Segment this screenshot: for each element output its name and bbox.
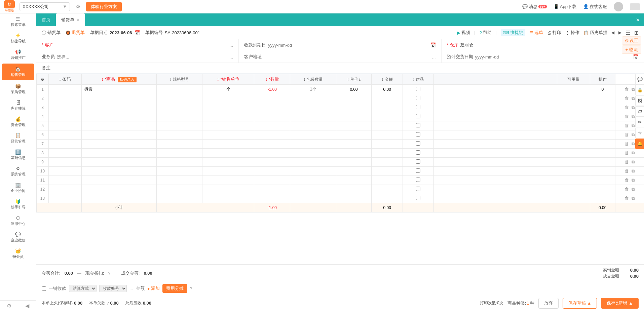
customer-addr-input[interactable] <box>264 54 430 60</box>
sale-radio[interactable]: 销货单 <box>42 30 61 36</box>
salesperson-dots[interactable]: ... <box>229 54 233 60</box>
sidebar-item-purchase[interactable]: 📦 采购管理 <box>0 81 36 97</box>
sidebar-item-guide[interactable]: 🔰 新手引导 <box>0 196 36 212</box>
delete-icon[interactable]: 🗑 <box>624 114 629 119</box>
copy-icon[interactable]: ⧉ <box>632 187 635 192</box>
payment-account-dots[interactable]: ... <box>129 286 133 291</box>
float-alert-button[interactable]: 🔔 <box>635 139 644 149</box>
video-button[interactable]: ▶ 视频 <box>457 30 470 36</box>
add-payment-button[interactable]: ● 添加 <box>147 285 160 291</box>
delete-icon[interactable]: 🗑 <box>624 178 629 183</box>
copy-icon[interactable]: ⧉ <box>632 123 635 128</box>
sidebar-item-search[interactable]: ☰ 搜索菜单 <box>0 13 36 30</box>
copy-icon[interactable]: ⧉ <box>632 96 635 101</box>
copy-icon[interactable]: ⧉ <box>632 141 635 146</box>
settings-button[interactable]: ⚙ 设置 <box>622 37 641 45</box>
expense-split-button[interactable]: 费用分摊 <box>162 284 187 293</box>
payment-method-select[interactable]: 结算方式 <box>69 285 97 292</box>
message-button[interactable]: 💬 消息 99+ <box>522 4 547 10</box>
next-record-button[interactable]: ▶ <box>618 30 621 35</box>
due-date-calendar-icon[interactable]: 📅 <box>430 42 436 48</box>
float-edit-button[interactable]: ✏ <box>635 117 644 127</box>
float-lock-button[interactable]: 🔒 <box>635 85 644 95</box>
list-view-button[interactable]: ☰ <box>626 30 630 36</box>
sidebar-item-member[interactable]: 👑 畅会员 <box>0 245 36 262</box>
shortcut-button[interactable]: ⌨ 快捷键 <box>501 29 525 36</box>
save-draft-button[interactable]: 保存草稿 ▲ <box>563 298 597 309</box>
discard-button[interactable]: 放弃 <box>538 298 559 309</box>
customer-dots[interactable]: ... <box>229 43 233 48</box>
copy-icon[interactable]: ⧉ <box>632 114 635 119</box>
copy-icon[interactable]: ⧉ <box>632 196 635 201</box>
sidebar-item-quick[interactable]: ⚡ 快捷导航 <box>0 30 36 46</box>
tab-close-all[interactable]: ✕ <box>636 17 644 23</box>
sidebar-item-marketing[interactable]: 📢 营销推广 <box>0 46 36 63</box>
operations-button[interactable]: ⋮ 操作 <box>565 30 579 36</box>
copy-icon[interactable]: ⧉ <box>632 105 635 110</box>
company-selector[interactable]: XXXXXX公司 ▼ <box>20 2 70 11</box>
delete-icon[interactable]: 🗑 <box>624 105 629 110</box>
notes-input[interactable] <box>52 66 639 71</box>
history-button[interactable]: 📋 历史单据 <box>583 30 607 36</box>
float-image-button[interactable]: 🖼 <box>635 95 644 106</box>
sidebar-item-basic[interactable]: ℹ️ 基础信息 <box>0 147 36 163</box>
copy-icon[interactable]: ⧉ <box>632 150 635 155</box>
float-tag-button[interactable]: 🏷 <box>635 106 644 117</box>
customer-addr-dots[interactable]: ... <box>432 54 436 60</box>
select-order-button[interactable]: ☰ 选单 <box>529 30 543 36</box>
sidebar-collapse-button[interactable]: ◀ <box>25 303 29 309</box>
tab-sales-order[interactable]: 销货单 ✕ <box>56 13 85 26</box>
copy-icon[interactable]: ⧉ <box>632 87 635 92</box>
delete-icon[interactable]: 🗑 <box>624 96 629 101</box>
delete-icon[interactable]: 🗑 <box>624 141 629 146</box>
app-download-button[interactable]: 📱 App下载 <box>554 4 576 10</box>
delete-icon[interactable]: 🗑 <box>624 159 629 164</box>
trial-plan-button[interactable]: 体验行业方案 <box>86 2 122 11</box>
discount-info-icon[interactable]: ? <box>108 271 111 276</box>
grid-view-button[interactable]: ⊞ <box>634 30 639 36</box>
delete-icon[interactable]: 🗑 <box>624 150 629 155</box>
logistics-button[interactable]: + 物流 <box>622 46 641 54</box>
delete-icon[interactable]: 🗑 <box>624 132 629 137</box>
delivery-date-calendar-icon[interactable]: 📅 <box>633 54 639 60</box>
avatar[interactable] <box>614 2 623 11</box>
calendar-icon[interactable]: 📅 <box>134 30 140 35</box>
sidebar-item-enterprise[interactable]: 🏢 企业协同 <box>0 180 36 196</box>
tab-close-icon[interactable]: ✕ <box>76 17 80 22</box>
delete-icon[interactable]: 🗑 <box>624 87 629 92</box>
sidebar-item-operation[interactable]: 📋 经营管理 <box>0 130 36 147</box>
sidebar-settings-button[interactable]: ⚙ <box>7 303 11 309</box>
help-button[interactable]: ? 帮助 <box>479 30 491 36</box>
expense-help-icon[interactable]: ? <box>190 286 192 291</box>
delete-icon[interactable]: 🗑 <box>624 196 629 201</box>
delivery-date-input[interactable] <box>475 54 631 60</box>
customer-input[interactable] <box>55 43 228 48</box>
delete-icon[interactable]: 🗑 <box>624 187 629 192</box>
due-date-input[interactable] <box>268 43 428 48</box>
print-button[interactable]: 🖨 打印 <box>547 30 561 36</box>
sidebar-item-wechat[interactable]: 💬 企业微信 <box>0 229 36 245</box>
copy-icon[interactable]: ⧉ <box>632 168 635 173</box>
payment-account-select[interactable]: 收款账号 账号 <box>99 285 127 292</box>
tab-home[interactable]: 首页 <box>36 13 56 26</box>
sidebar-item-finance[interactable]: 💰 资金管理 <box>0 114 36 130</box>
return-radio[interactable]: 退货单 <box>66 30 85 36</box>
float-star-button[interactable]: ☆ <box>635 128 644 138</box>
float-comment-button[interactable]: 💬 <box>635 74 644 84</box>
overdue-info-icon[interactable]: ? <box>107 301 109 305</box>
delete-icon[interactable]: 🗑 <box>624 123 629 128</box>
prev-record-button[interactable]: ◀ <box>611 30 614 35</box>
one-click-payment-checkbox[interactable] <box>42 286 46 291</box>
copy-icon[interactable]: ⧉ <box>632 132 635 137</box>
gear-icon[interactable]: ⚙ <box>73 2 83 11</box>
online-service-button[interactable]: 👤 在线客服 <box>583 4 607 10</box>
scan-button[interactable]: 扫码录入 <box>118 77 137 82</box>
sidebar-item-appstore[interactable]: ⬡ 应用中心 <box>0 212 36 229</box>
copy-icon[interactable]: ⧉ <box>632 159 635 164</box>
sidebar-item-inventory[interactable]: 🗄 库存核算 <box>0 97 36 114</box>
salesperson-input[interactable] <box>57 54 227 60</box>
col-settings[interactable]: ⚙ <box>37 74 49 85</box>
sidebar-item-system[interactable]: ⚙ 系统管理 <box>0 163 36 180</box>
copy-icon[interactable]: ⧉ <box>632 178 635 183</box>
delete-icon[interactable]: 🗑 <box>624 168 629 173</box>
